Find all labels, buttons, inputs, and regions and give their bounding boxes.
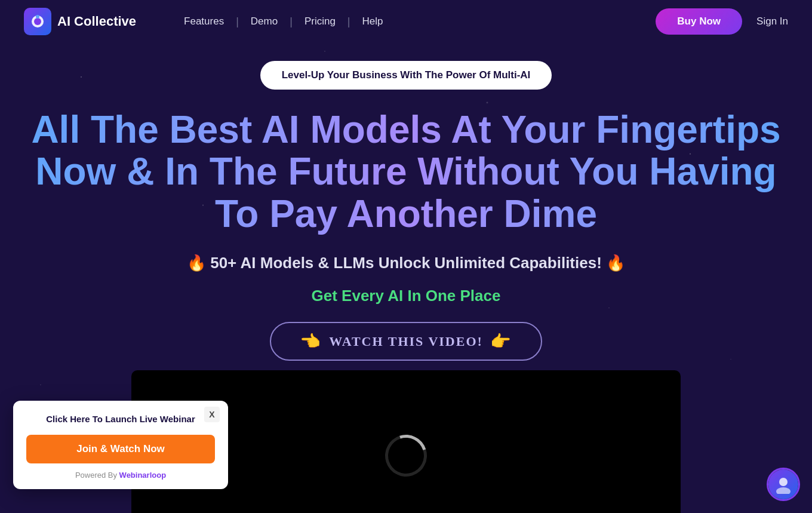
powered-by-text: Powered By [75,471,119,480]
watch-badge-inner: 👈 WATCH THIS VIDEO! 👉 [270,322,542,361]
logo-area[interactable]: AI Collective [24,8,136,35]
arrow-left-icon: 👈 [300,331,322,351]
nav-divider-2: | [290,16,293,28]
navbar: AI Collective Features | Demo | Pricing … [0,0,812,43]
webinar-join-button[interactable]: Join & Watch Now [26,435,215,463]
logo-icon [24,8,51,35]
nav-divider-3: | [347,16,350,28]
nav-features[interactable]: Features [184,16,224,27]
watch-label: WATCH THIS VIDEO! [329,334,483,349]
hero-subtitle-text: 50+ AI Models & LLMs Unlock Unlimited Ca… [210,254,606,272]
nav-pricing[interactable]: Pricing [304,16,336,27]
webinarloop-link[interactable]: Webinarloop [119,471,166,480]
fire-icon-left: 🔥 [187,254,206,272]
webinar-footer: Powered By Webinarloop [26,471,215,480]
watch-badge: 👈 WATCH THIS VIDEO! 👉 [270,322,542,361]
nav-divider-1: | [236,16,239,28]
svg-point-2 [36,15,39,19]
sign-in-link[interactable]: Sign In [756,16,788,27]
fire-icon-right: 🔥 [606,254,625,272]
webinar-title: Click Here To Launch Live Webinar [26,413,215,425]
hero-subtitle: 🔥 50+ AI Models & LLMs Unlock Unlimited … [24,254,788,272]
nav-demo[interactable]: Demo [251,16,278,27]
svg-point-3 [779,478,788,486]
pill-badge: Level-Up Your Business With The Power Of… [260,61,552,90]
nav-right: Buy Now Sign In [656,8,788,35]
nav-help[interactable]: Help [362,16,383,27]
brand-name: AI Collective [57,14,136,29]
avatar-image [768,468,798,501]
popup-close-button[interactable]: X [204,407,220,422]
svg-point-4 [776,487,791,494]
webinar-popup: X Click Here To Launch Live Webinar Join… [13,401,228,489]
avatar-button[interactable] [767,468,800,501]
hero-cta-text: Get Every AI In One Place [24,287,788,305]
nav-links: Features | Demo | Pricing | Help [184,16,383,28]
video-spinner [377,426,435,485]
arrow-right-icon: 👉 [490,331,512,351]
hero-title: All The Best AI Models At Your Fingertip… [24,109,788,235]
buy-now-button[interactable]: Buy Now [656,8,742,35]
svg-point-1 [34,18,41,25]
